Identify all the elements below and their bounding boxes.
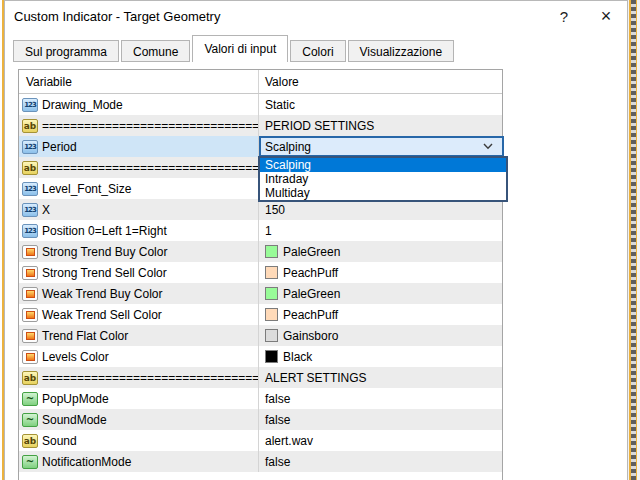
variable-name: Period bbox=[42, 140, 77, 154]
value-cell[interactable]: PaleGreen bbox=[259, 241, 502, 262]
variable-name: Strong Trend Buy Color bbox=[42, 245, 167, 259]
numeric-icon: 123 bbox=[22, 203, 38, 217]
tab-valori-di-input[interactable]: Valori di input bbox=[192, 35, 288, 62]
bool-icon: ~ bbox=[22, 455, 38, 469]
table-row[interactable]: Trend Flat Color Gainsboro bbox=[19, 325, 502, 346]
background-chart-line bbox=[636, 0, 637, 480]
variable-value: PERIOD SETTINGS bbox=[265, 119, 374, 133]
table-row[interactable]: Strong Trend Sell Color PeachPuff bbox=[19, 262, 502, 283]
variable-value: alert.wav bbox=[265, 434, 313, 448]
variable-name: Strong Trend Sell Color bbox=[42, 266, 167, 280]
color-icon bbox=[22, 245, 38, 259]
variable-cell: ab ================================== bbox=[19, 367, 259, 388]
background-chart-right bbox=[628, 0, 640, 480]
value-cell[interactable]: Black bbox=[259, 346, 502, 367]
color-swatch bbox=[265, 350, 278, 363]
table-row[interactable]: Levels Color Black bbox=[19, 346, 502, 367]
period-combobox[interactable]: Scalping bbox=[259, 136, 504, 157]
variable-name: ================================== bbox=[42, 119, 259, 133]
variable-name: Position 0=Left 1=Right bbox=[42, 224, 167, 238]
variable-value: PeachPuff bbox=[283, 308, 338, 322]
close-button[interactable]: × bbox=[585, 1, 627, 32]
table-row[interactable]: ab ================================== PE… bbox=[19, 115, 502, 136]
value-cell[interactable]: Scalping bbox=[259, 136, 502, 157]
value-cell[interactable]: false bbox=[259, 409, 502, 430]
color-swatch bbox=[265, 245, 278, 258]
variable-value: false bbox=[265, 392, 290, 406]
value-cell[interactable]: false bbox=[259, 451, 502, 472]
tab-colori[interactable]: Colori bbox=[290, 40, 345, 62]
value-cell[interactable]: Static bbox=[259, 94, 502, 115]
variable-value: false bbox=[265, 413, 290, 427]
variable-cell: ~ SoundMode bbox=[19, 409, 259, 430]
tab-sul-programma[interactable]: Sul programma bbox=[13, 40, 119, 62]
value-cell[interactable]: 1 bbox=[259, 220, 502, 241]
variable-cell: Levels Color bbox=[19, 346, 259, 367]
value-cell[interactable]: PeachPuff bbox=[259, 262, 502, 283]
column-header-valore: Valore bbox=[259, 70, 502, 93]
variable-name: X bbox=[42, 203, 50, 217]
inputs-table: Variabile Valore 123 Drawing_Mode Static… bbox=[18, 69, 503, 480]
table-row[interactable]: ab Sound alert.wav bbox=[19, 430, 502, 451]
table-row[interactable]: 123 Drawing_Mode Static bbox=[19, 94, 502, 115]
variable-name: ================================== bbox=[42, 161, 259, 175]
dropdown-option-scalping[interactable]: Scalping bbox=[260, 158, 506, 172]
tab-bar: Sul programma Comune Valori di input Col… bbox=[13, 34, 456, 62]
table-row[interactable]: 123 Position 0=Left 1=Right 1 bbox=[19, 220, 502, 241]
color-icon bbox=[22, 350, 38, 364]
title-bar[interactable]: Custom Indicator - Target Geometry ? × bbox=[5, 1, 627, 32]
value-cell[interactable]: 150 bbox=[259, 199, 502, 220]
color-swatch bbox=[265, 287, 278, 300]
bool-icon: ~ bbox=[22, 392, 38, 406]
table-row[interactable]: ~ SoundMode false bbox=[19, 409, 502, 430]
variable-name: SoundMode bbox=[42, 413, 107, 427]
titlebar-buttons: ? × bbox=[543, 1, 627, 32]
variable-cell: Weak Trend Buy Color bbox=[19, 283, 259, 304]
value-cell[interactable]: PaleGreen bbox=[259, 283, 502, 304]
tab-visualizzazione[interactable]: Visualizzazione bbox=[348, 40, 455, 62]
variable-name: Weak Trend Buy Color bbox=[42, 287, 163, 301]
variable-cell: Strong Trend Buy Color bbox=[19, 241, 259, 262]
variable-value: PaleGreen bbox=[283, 287, 340, 301]
numeric-icon: 123 bbox=[22, 98, 38, 112]
variable-cell: ab ================================== bbox=[19, 157, 259, 178]
variable-cell: 123 Level_Font_Size bbox=[19, 178, 259, 199]
variable-name: Weak Trend Sell Color bbox=[42, 308, 162, 322]
dropdown-option-intraday[interactable]: Intraday bbox=[260, 172, 506, 186]
help-button[interactable]: ? bbox=[543, 1, 585, 32]
value-cell[interactable]: ALERT SETTINGS bbox=[259, 367, 502, 388]
variable-value: 150 bbox=[265, 203, 285, 217]
variable-value: PaleGreen bbox=[283, 245, 340, 259]
variable-name: Sound bbox=[42, 434, 77, 448]
table-row[interactable]: 123 Period Scalping bbox=[19, 136, 502, 157]
value-cell[interactable]: false bbox=[259, 388, 502, 409]
dropdown-option-multiday[interactable]: Multiday bbox=[260, 186, 506, 200]
table-row[interactable]: 123 X 150 bbox=[19, 199, 502, 220]
value-cell[interactable]: PeachPuff bbox=[259, 304, 502, 325]
variable-name: Drawing_Mode bbox=[42, 98, 123, 112]
value-cell[interactable]: PERIOD SETTINGS bbox=[259, 115, 502, 136]
text-icon: ab bbox=[22, 161, 38, 175]
variable-name: NotificationMode bbox=[42, 455, 131, 469]
variable-name: Levels Color bbox=[42, 350, 109, 364]
variable-cell: Trend Flat Color bbox=[19, 325, 259, 346]
variable-value: Gainsboro bbox=[283, 329, 338, 343]
variable-cell: ~ PopUpMode bbox=[19, 388, 259, 409]
value-cell[interactable]: Gainsboro bbox=[259, 325, 502, 346]
table-row[interactable]: ab ================================== AL… bbox=[19, 367, 502, 388]
color-icon bbox=[22, 266, 38, 280]
variable-cell: 123 Drawing_Mode bbox=[19, 94, 259, 115]
table-row[interactable]: Strong Trend Buy Color PaleGreen bbox=[19, 241, 502, 262]
table-row[interactable]: Weak Trend Buy Color PaleGreen bbox=[19, 283, 502, 304]
color-swatch bbox=[265, 329, 278, 342]
value-cell[interactable]: alert.wav bbox=[259, 430, 502, 451]
combobox-value: Scalping bbox=[265, 140, 311, 154]
text-icon: ab bbox=[22, 119, 38, 133]
table-row[interactable]: ~ NotificationMode false bbox=[19, 451, 502, 472]
variable-cell: 123 Position 0=Left 1=Right bbox=[19, 220, 259, 241]
text-icon: ab bbox=[22, 371, 38, 385]
table-row[interactable]: ~ PopUpMode false bbox=[19, 388, 502, 409]
table-row[interactable]: Weak Trend Sell Color PeachPuff bbox=[19, 304, 502, 325]
tab-comune[interactable]: Comune bbox=[121, 40, 190, 62]
variable-cell: ab Sound bbox=[19, 430, 259, 451]
